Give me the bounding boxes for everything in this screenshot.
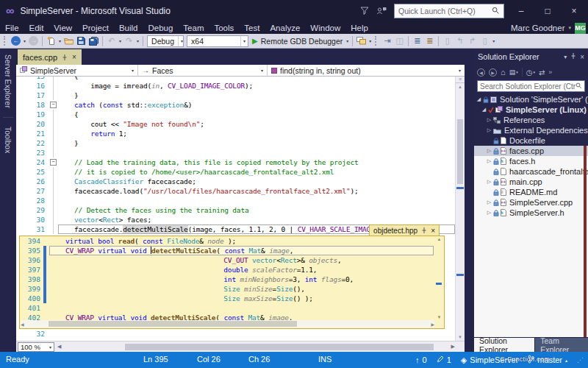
find-symbol-results-icon[interactable]: ◫ [393, 35, 406, 47]
peek-code-line-394[interactable]: 394 virtual bool read( const FileNode& n… [20, 236, 444, 246]
code-line-18[interactable]: 18− catch (const std::exception&) [16, 100, 455, 110]
menu-window[interactable]: Window [305, 22, 345, 34]
peek-document-tab[interactable]: objdetect.hpp× [369, 224, 440, 236]
scroll-down-icon[interactable]: ▼ [456, 333, 465, 341]
tree-item-references[interactable]: ▷References [474, 115, 588, 125]
editor-vertical-scrollbar[interactable]: ≡ ▲ ▼ [455, 77, 465, 341]
zoom-level-combo[interactable]: 100 %▾ [18, 342, 54, 352]
nav-forward-icon[interactable]: → [27, 35, 40, 47]
open-file-icon[interactable] [62, 35, 75, 47]
tree-item-faces-h[interactable]: ▷hfaces.h [474, 156, 588, 166]
code-line-24[interactable]: 24− // Load the training data, this file… [16, 158, 455, 167]
close-tab-icon[interactable]: × [72, 53, 76, 61]
maximize-button[interactable]: □ [538, 1, 557, 21]
nav-member-dropdown[interactable]: find(string in, string out) ▾ [268, 65, 465, 76]
tree-item-main-cpp[interactable]: ▷++main.cpp [474, 177, 588, 187]
peek-code-line-398[interactable]: 398 int minNeighbors=3, int flags=0, [20, 275, 444, 284]
split-window-handle[interactable]: ≡ [456, 77, 465, 83]
code-line-23[interactable]: 23 [16, 148, 455, 158]
next-bookmark-icon[interactable]: ↱ [466, 35, 478, 47]
quick-launch-input[interactable]: Quick Launch (Ctrl+Q) [394, 4, 504, 18]
code-line-32[interactable]: 32 [16, 329, 455, 339]
toolbar-drag-grip[interactable] [4, 36, 7, 46]
decrease-indent-icon[interactable]: ≣ [423, 35, 436, 47]
attach-to-process-icon[interactable] [355, 35, 368, 47]
peek-code-line-399[interactable]: 399 Size minSize=Size(), [20, 284, 444, 294]
code-line-28[interactable]: 28 [16, 196, 455, 205]
menu-project[interactable]: Project [77, 22, 114, 34]
tree-item-faces-cpp[interactable]: ▷++faces.cpp [474, 146, 588, 156]
code-line-27[interactable]: 27 facecascade.load("/usr/local/files/ha… [16, 186, 455, 196]
minimize-button[interactable]: – [512, 1, 531, 21]
promote-to-document-icon[interactable] [421, 227, 427, 235]
panel-tab-team-explorer[interactable]: Team Explorer [535, 338, 588, 352]
dropdown-caret-icon[interactable]: ▾ [345, 38, 350, 43]
se-switch-views-icon[interactable]: ▤▾ [509, 68, 518, 76]
menu-tools[interactable]: Tools [209, 22, 239, 34]
dropdown-caret-icon[interactable]: ▾ [57, 38, 62, 43]
resize-grip[interactable]: ⋰ [577, 356, 584, 364]
code-line-25[interactable]: 25 // it is copied to /home/<user>/haarc… [16, 167, 455, 177]
collapsed-arrow-icon[interactable]: ▷ [486, 158, 492, 164]
collapsed-arrow-icon[interactable]: ▷ [486, 199, 492, 205]
send-feedback-icon[interactable] [376, 4, 387, 18]
menu-team[interactable]: Team [178, 22, 209, 34]
sidebar-tab-toolbox[interactable]: Toolbox [4, 127, 12, 153]
menu-test[interactable]: Test [239, 22, 265, 34]
collapsed-arrow-icon[interactable]: ▷ [486, 210, 492, 216]
code-line-26[interactable]: 26 CascadeClassifier facecascade; [16, 177, 455, 186]
clear-bookmarks-icon[interactable]: ▯ [478, 35, 491, 47]
solution-platforms-combo[interactable]: x64▾ [187, 35, 248, 47]
code-line-22[interactable]: 22 } [16, 138, 455, 148]
start-debugging-button[interactable]: ▶Remote GDB Debugger [250, 37, 345, 46]
scroll-right-icon[interactable]: ▶ [451, 344, 455, 350]
peek-code-line-395[interactable]: 395 CV_WRAP virtual void detectMultiScal… [20, 246, 444, 255]
branch-indicator[interactable]: master ▴ [528, 355, 567, 365]
tree-item-solution[interactable]: ◢Solution 'SimpleServer' (1 project) [474, 94, 588, 105]
dropdown-caret-icon[interactable]: ▾ [135, 38, 140, 43]
code-line-19[interactable]: 19 { [16, 110, 455, 119]
tree-item-dockerfile[interactable]: Dockerfile [474, 135, 588, 146]
nav-scope-dropdown[interactable]: → Faces ▾ [138, 65, 268, 76]
se-overflow-icon[interactable]: » [548, 68, 552, 76]
menu-analyze[interactable]: Analyze [265, 22, 305, 34]
window-position-caret-icon[interactable]: ▾ [564, 54, 567, 60]
peek-close-icon[interactable]: × [431, 227, 435, 235]
peek-code-line-400[interactable]: 400 Size maxSize=Size() ); [20, 294, 444, 303]
menu-build[interactable]: Build [114, 22, 143, 34]
code-line-17[interactable]: 17 } [16, 91, 455, 100]
se-pending-changes-filter-icon[interactable]: ◷▾ [526, 68, 535, 77]
feedback-filter-icon[interactable] [360, 4, 369, 18]
se-forward-icon[interactable]: ▶ [489, 68, 497, 77]
se-home-icon[interactable]: ⌂ [501, 68, 506, 77]
previous-bookmark-icon[interactable]: ↰ [453, 35, 466, 47]
signed-in-user[interactable]: Marc Goodner [511, 24, 565, 32]
menu-file[interactable]: File [0, 22, 24, 34]
user-avatar[interactable]: MG [575, 23, 586, 34]
collapsed-arrow-icon[interactable]: ▷ [486, 148, 492, 154]
fold-collapse-icon[interactable]: − [50, 102, 57, 108]
close-button[interactable]: × [564, 1, 584, 21]
dropdown-caret-icon[interactable]: ▾ [491, 38, 496, 43]
redo-icon[interactable]: ↷ [123, 35, 135, 47]
tree-item-simpleserver-cpp[interactable]: ▷++SimpleServer.cpp [474, 197, 588, 208]
tab-faces-cpp[interactable]: faces.cpp × [18, 49, 82, 65]
editor-horizontal-scrollbar[interactable] [63, 344, 448, 350]
se-back-icon[interactable]: ◀ [477, 68, 485, 77]
navigate-to-icon[interactable]: ⇥ [381, 35, 393, 47]
tree-item-readme-md[interactable]: ≡README.md [474, 187, 588, 197]
code-line-29[interactable]: 29 // Detect the faces using the trainin… [16, 205, 455, 215]
tree-item-simpleserver-h[interactable]: ▷hSimpleServer.h [474, 208, 588, 218]
peek-code-line-401[interactable]: 401 [20, 303, 444, 313]
collapsed-arrow-icon[interactable]: ▷ [486, 179, 492, 185]
expanded-arrow-icon[interactable]: ◢ [476, 96, 482, 102]
nav-project-dropdown[interactable]: SimpleServer ▾ [16, 65, 138, 76]
code-editor[interactable]: 15 {16 image = imread(in, CV_LOAD_IMAGE_… [16, 77, 465, 352]
code-line-21[interactable]: 21 return 1; [16, 129, 455, 138]
scroll-left-icon[interactable]: ◀ [57, 344, 61, 350]
se-sync-with-active-document-icon[interactable]: ⇄ [539, 68, 545, 77]
commits-ahead-indicator[interactable]: ↑ 0 [415, 355, 427, 364]
fold-collapse-icon[interactable]: − [50, 159, 57, 166]
expanded-arrow-icon[interactable]: ◢ [481, 107, 487, 113]
peek-vertical-scrollbar[interactable]: ▲▼ [435, 237, 443, 319]
